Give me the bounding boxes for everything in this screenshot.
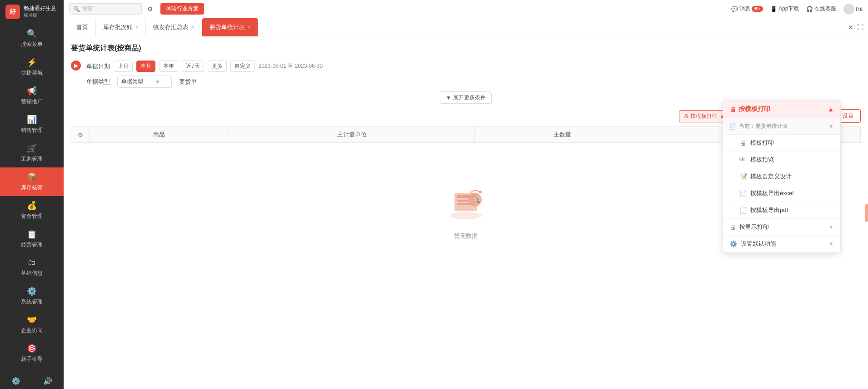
date-btn-custom[interactable]: 自定义 xyxy=(230,61,255,72)
current-template-label: 当前：要货单统计表 xyxy=(739,122,788,130)
dropdown-item-template-excel[interactable]: 📄 按模板导出excel xyxy=(723,185,840,202)
dropdown-title: 按模板打印 xyxy=(738,105,770,113)
sidebar-label-finance: 资金管理 xyxy=(21,212,43,220)
default-settings-arrow: ▼ xyxy=(828,241,834,247)
sidebar-item-purchase[interactable]: 🛒 采购管理 xyxy=(0,139,64,167)
dropdown-item-template-print[interactable]: 🖨 模板打印 xyxy=(723,135,840,152)
dropdown-item-template-preview[interactable]: 👁 模板预览 xyxy=(723,152,840,168)
tab-close-order-summary[interactable]: × xyxy=(248,25,250,30)
sidebar-nav: 🔍 搜索菜单 ⚡ 快捷导航 📢 营销推广 📊 销售管理 🛒 采购管理 📦 库存核… xyxy=(0,24,64,373)
table-settings-icon[interactable]: ⚙ xyxy=(78,131,83,138)
app-download-item[interactable]: 📱 App下载 xyxy=(770,5,799,13)
message-badge: 99+ xyxy=(752,6,763,12)
scroll-indicator xyxy=(865,204,868,222)
svg-point-0 xyxy=(450,212,482,219)
tab-home[interactable]: 首页 xyxy=(69,18,96,36)
username: Rit xyxy=(856,6,863,12)
sidebar-item-cooperation[interactable]: 🤝 企业协同 xyxy=(0,310,64,339)
col-quantity: 主数量 xyxy=(475,127,650,143)
dropdown-item-template-pdf[interactable]: 📄 按模板导出pdf xyxy=(723,202,840,219)
goods-label: 要货单 xyxy=(179,78,197,86)
sidebar-label-sales: 销售管理 xyxy=(21,126,43,134)
app-name: 畅捷通好生意 xyxy=(24,5,56,12)
tab-close-receivable-summary[interactable]: × xyxy=(191,25,194,30)
dropdown-item-default-settings[interactable]: ⚙️ 设置默认功能 ▼ xyxy=(723,236,840,253)
display-print-icon: 🖨 xyxy=(729,223,736,231)
type-select[interactable]: 单据类型 ▼ xyxy=(117,76,172,88)
sidebar-label-inventory: 库存核算 xyxy=(21,184,43,192)
sidebar-item-basic[interactable]: 🗂 基础信息 xyxy=(0,253,64,282)
tab-close-all-icon[interactable]: ✕ xyxy=(848,24,853,31)
filter-expand-button[interactable]: ▶ xyxy=(71,61,81,71)
table-settings-header: ⚙ xyxy=(71,127,90,143)
svg-point-7 xyxy=(479,191,482,193)
dropdown-header: 🖨 按模板打印 ▲ xyxy=(723,101,840,118)
sidebar-item-marketing[interactable]: 📢 营销推广 xyxy=(0,81,64,110)
page-title: 要货单统计表(按商品) xyxy=(71,44,861,53)
quick-nav-icon: ⚡ xyxy=(27,57,37,67)
sidebar-label-search: 搜索菜单 xyxy=(21,40,43,48)
inventory-icon: 📦 xyxy=(27,172,37,182)
sidebar-label-purchase: 采购管理 xyxy=(21,155,43,163)
message-item[interactable]: 💬 消息 99+ xyxy=(731,5,763,13)
dropdown-item-display-print[interactable]: 🖨 按显示打印 ▼ xyxy=(723,219,840,236)
system-icon: ⚙️ xyxy=(27,286,37,296)
col-goods: 商品 xyxy=(90,127,229,143)
date-btn-more[interactable]: 更多 xyxy=(208,61,227,72)
dropdown-close-icon[interactable]: ▲ xyxy=(828,106,834,113)
sidebar-item-system[interactable]: ⚙️ 系统管理 xyxy=(0,282,64,310)
date-filter-label: 单据日期 xyxy=(86,62,110,71)
sidebar-label-system: 系统管理 xyxy=(21,298,43,306)
sidebar-item-apps[interactable]: 🔲 应用中心 xyxy=(0,368,64,373)
sidebar-item-operation[interactable]: 📋 经营管理 xyxy=(0,225,64,253)
headset-icon: 🎧 xyxy=(806,6,813,12)
sidebar-bottom: ⚙️ 🔊 xyxy=(0,373,64,389)
template-custom-icon: 📝 xyxy=(739,173,747,180)
date-range: 2023-06-01 至 2023-06-30 xyxy=(259,62,323,70)
date-filter-row: 单据日期 上月 本月 本年 近7天 更多 自定义 2023-06-01 至 20… xyxy=(86,61,323,72)
search-box[interactable]: 🔍 搜索 xyxy=(69,3,142,15)
type-filter-label: 单据类型 xyxy=(86,78,110,86)
finance-icon: 💰 xyxy=(27,201,37,211)
col-unit: 主计量单位 xyxy=(229,127,475,143)
default-settings-icon: ⚙️ xyxy=(729,240,737,248)
sidebar-item-guide[interactable]: 🎯 新手引导 xyxy=(0,339,64,368)
date-btn-last-month[interactable]: 上月 xyxy=(114,61,133,72)
gear-icon[interactable]: ⚙ xyxy=(147,5,153,13)
current-template-icon: 📄 xyxy=(729,123,736,130)
sidebar-item-search[interactable]: 🔍 搜索菜单 xyxy=(0,24,64,53)
marketing-icon: 📢 xyxy=(27,86,37,96)
tab-inventory-batch[interactable]: 库存批次账 × xyxy=(96,18,146,36)
guide-icon: 🎯 xyxy=(27,344,37,354)
sidebar-label-quick-nav: 快捷导航 xyxy=(21,69,43,77)
settings-bottom-icon[interactable]: ⚙️ xyxy=(11,377,20,385)
date-btn-7days[interactable]: 近7天 xyxy=(182,61,204,72)
sidebar-item-inventory[interactable]: 📦 库存核算 xyxy=(0,167,64,196)
sidebar-item-finance[interactable]: 💰 资金管理 xyxy=(0,196,64,225)
date-btn-this-year[interactable]: 本年 xyxy=(159,61,178,72)
print-template-button[interactable]: 🖨 按模板打印 ▲ xyxy=(679,110,729,122)
expand-more-button[interactable]: ▼ 展开更多条件 xyxy=(440,91,492,104)
date-btn-this-month[interactable]: 本月 xyxy=(136,61,155,72)
tab-close-inventory-batch[interactable]: × xyxy=(135,25,138,30)
tab-receivable-summary[interactable]: 收发存汇总表 × xyxy=(146,18,202,36)
tabbar: 首页 库存批次账 × 收发存汇总表 × 要货单统计表 × ✕ ⛶ xyxy=(64,18,868,36)
template-excel-icon: 📄 xyxy=(739,190,747,197)
trial-button[interactable]: 体验行业方案 xyxy=(160,3,204,15)
sidebar-label-operation: 经营管理 xyxy=(21,241,43,249)
empty-illustration: 🔍 xyxy=(443,179,489,225)
tab-maximize-icon[interactable]: ⛶ xyxy=(857,24,863,31)
user-item[interactable]: Rit xyxy=(843,4,863,15)
topbar: 🔍 搜索 ⚙ 体验行业方案 💬 消息 99+ 📱 App下载 🎧 在线客服 Ri… xyxy=(64,0,868,18)
sidebar-item-quick-nav[interactable]: ⚡ 快捷导航 xyxy=(0,53,64,81)
print-icon: 🖨 xyxy=(683,113,688,119)
sidebar-item-sales[interactable]: 📊 销售管理 xyxy=(0,110,64,139)
page-content: 要货单统计表(按商品) ▶ 单据日期 上月 本月 本年 近7天 更多 自定义 2… xyxy=(64,36,868,389)
chevron-down-icon: ▼ xyxy=(446,95,451,101)
sound-icon[interactable]: 🔊 xyxy=(43,377,52,385)
dropdown-item-template-custom[interactable]: 📝 模板自定义设计 xyxy=(723,168,840,185)
online-service-item[interactable]: 🎧 在线客服 xyxy=(806,5,836,13)
current-chevron-icon: ▼ xyxy=(828,123,834,130)
message-icon: 💬 xyxy=(731,6,738,12)
tab-order-summary[interactable]: 要货单统计表 × xyxy=(202,18,258,36)
